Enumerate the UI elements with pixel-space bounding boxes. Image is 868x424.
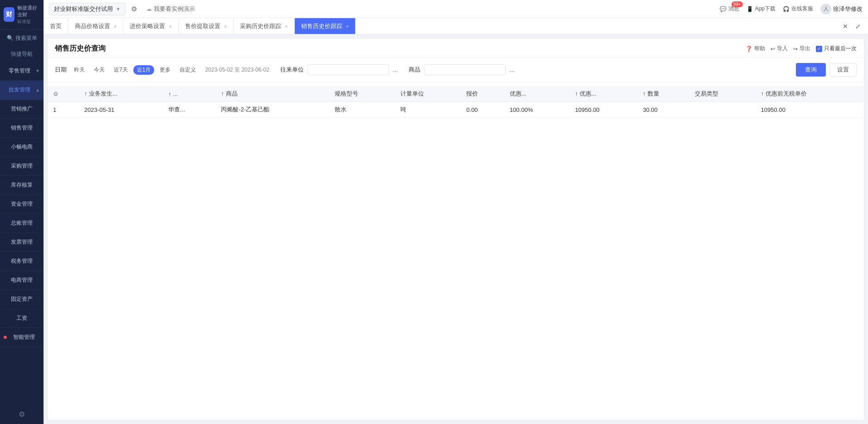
th-more1[interactable]: ↑ ... [163,86,215,102]
workspace-selector[interactable]: 好业财标准版交付试用 ▼ [49,3,126,15]
product-search-icon[interactable]: ... [509,66,515,73]
date-btn-last7[interactable]: 近7天 [110,65,132,75]
date-btn-more[interactable]: 更多 [156,65,174,75]
close-icon[interactable]: × [224,24,227,29]
cell-discount-rate: 100.00% [504,102,570,118]
query-button[interactable]: 查询 [796,63,826,77]
page-header-actions: ❓ 帮助 ↩ 导入 ↪ 导出 ✓ 只看最后一次 [746,45,857,53]
close-icon[interactable]: × [114,24,117,29]
app-download-button[interactable]: 📱 App下载 [746,5,775,13]
help-button[interactable]: ❓ 帮助 [746,45,765,53]
data-table: ⚙ ↑ 业务发生... ↑ ... ↑ 商品 规格型号 [48,86,864,118]
sidebar-item-ecommerce-small[interactable]: 小畅电商 [0,138,44,157]
maximize-window-button[interactable]: ⤢ [852,20,864,33]
customer-filter-group: 往来单位 ... [280,64,398,75]
close-icon[interactable]: × [346,24,349,29]
chevron-right-icon: ▼ [35,68,40,73]
tab-price-extract[interactable]: 售价提取设置 × [179,18,234,34]
close-icon[interactable]: × [285,24,288,29]
th-list-price[interactable]: 报价 [461,86,504,102]
logo-icon: 财 [4,7,15,22]
customer-search-icon[interactable]: ... [393,66,398,73]
sidebar-search[interactable]: 🔍 搜索菜单 [0,30,44,47]
table-container: ⚙ ↑ 业务发生... ↑ ... ↑ 商品 规格型号 [48,82,864,121]
sidebar-item-fixed-assets[interactable]: 固定资产 [0,290,44,309]
product-label: 商品 [409,66,420,74]
user-menu[interactable]: 人 徐泽华修改 [820,4,863,14]
product-filter-group: 商品 ... [409,64,515,75]
sidebar-logo: 财 畅捷通好业财 标准版 [0,0,44,30]
close-window-button[interactable]: ✕ [839,20,852,33]
online-service-button[interactable]: 🎧 在线客服 [783,5,813,13]
settings-button[interactable]: 设置 [829,63,857,77]
dot-icon [4,336,7,339]
filter-area: 日期 昨天 今天 近7天 近1月 更多 自定义 2023-05-02 至 202… [48,58,864,82]
sidebar-item-ecommerce[interactable]: 电商管理 [0,271,44,290]
th-quantity[interactable]: ↑ 数量 [637,86,689,102]
headset-icon: 🎧 [783,6,790,12]
avatar: 人 [820,4,831,14]
demo-link[interactable]: ☁ 我要看实例演示 [146,5,195,13]
import-button[interactable]: ↩ 导入 [770,45,788,53]
tabbar: 首页 商品价格设置 × 进价策略设置 × 售价提取设置 × 采购历史价跟踪 × … [44,18,868,34]
th-pre-tax-price[interactable]: ↑ 优惠前无税单价 [756,86,864,102]
date-btn-yesterday[interactable]: 昨天 [70,65,88,75]
sidebar-quick-nav[interactable]: 快捷导航 [0,47,44,62]
sidebar: 财 畅捷通好业财 标准版 🔍 搜索菜单 快捷导航 零售管理 ▼ 批发管理 ▲ 营… [0,0,44,424]
th-product[interactable]: ↑ 商品 [215,86,329,102]
sidebar-settings-button[interactable]: ⚙ [0,405,44,424]
help-icon: ❓ [746,46,752,52]
tab-price-settings[interactable]: 商品价格设置 × [68,18,123,34]
topbar: 好业财标准版交付试用 ▼ ⚙ ☁ 我要看实例演示 💬 消息 99+ 📱 App下… [44,0,868,18]
selector-arrow-icon: ▼ [116,6,121,12]
page-title: 销售历史价查询 [55,44,106,53]
cell-index: 1 [48,102,79,118]
sidebar-item-marketing[interactable]: 营销推广 [0,100,44,119]
cell-quantity: 30.00 [637,102,689,118]
date-btn-last1m[interactable]: 近1月 [133,65,155,75]
cell-product: 丙烯酸-2-乙基己酯 [215,102,329,118]
th-spec[interactable]: 规格型号 [329,86,395,102]
gear-icon[interactable]: ⚙ [129,3,139,15]
th-biz-date[interactable]: ↑ 业务发生... [79,86,163,102]
date-range-text: 2023-05-02 至 2023-06-02 [205,66,269,74]
cell-unit: 吨 [395,102,461,118]
sidebar-item-smart-mgmt[interactable]: 智能管理 [0,328,44,347]
th-gear[interactable]: ⚙ [48,86,79,102]
product-input[interactable] [424,64,506,75]
th-discount-price[interactable]: ↑ 优惠... [570,86,638,102]
sidebar-item-purchase[interactable]: 采购管理 [0,157,44,176]
customer-input[interactable] [307,64,389,75]
date-btn-today[interactable]: 今天 [90,65,108,75]
th-trade-type[interactable]: 交易类型 [689,86,755,102]
export-button[interactable]: ↪ 导出 [793,45,810,53]
topbar-right: 💬 消息 99+ 📱 App下载 🎧 在线客服 人 徐泽华修改 [720,4,863,14]
customer-label: 往来单位 [280,66,304,74]
th-discount-rate[interactable]: 优惠... [504,86,570,102]
cell-pre-tax-price: 10950.00 [756,102,864,118]
app-icon: 📱 [746,6,753,12]
filter-action-buttons: 查询 设置 [796,63,857,77]
tab-purchase-history[interactable]: 采购历史价跟踪 × [234,18,294,34]
sidebar-item-payroll[interactable]: 工资 [0,309,44,328]
sidebar-item-wholesale[interactable]: 批发管理 ▲ [0,81,44,100]
cell-more1: 华查... [163,102,215,118]
sidebar-item-sales[interactable]: 销售管理 [0,119,44,138]
sidebar-item-inventory[interactable]: 库存核算 [0,176,44,195]
sidebar-item-retail[interactable]: 零售管理 ▼ [0,62,44,81]
sidebar-item-general-ledger[interactable]: 总账管理 [0,214,44,233]
sidebar-item-invoice[interactable]: 发票管理 [0,233,44,252]
tabbar-end-buttons: ✕ ⤢ [839,20,868,33]
date-btn-custom[interactable]: 自定义 [176,65,200,75]
tab-sales-history[interactable]: 销售历史价跟踪 × [295,18,356,34]
sidebar-item-finance[interactable]: 资金管理 [0,195,44,214]
cell-trade-type [689,102,755,118]
message-button[interactable]: 💬 消息 99+ [720,5,739,13]
main-area: 好业财标准版交付试用 ▼ ⚙ ☁ 我要看实例演示 💬 消息 99+ 📱 App下… [44,0,868,424]
th-unit[interactable]: 计量单位 [395,86,461,102]
tab-purchase-strategy[interactable]: 进价策略设置 × [123,18,178,34]
sidebar-item-tax[interactable]: 税务管理 [0,252,44,271]
only-last-checkbox[interactable]: ✓ 只看最后一次 [816,45,857,53]
close-icon[interactable]: × [169,24,171,29]
tab-home[interactable]: 首页 [44,18,68,34]
